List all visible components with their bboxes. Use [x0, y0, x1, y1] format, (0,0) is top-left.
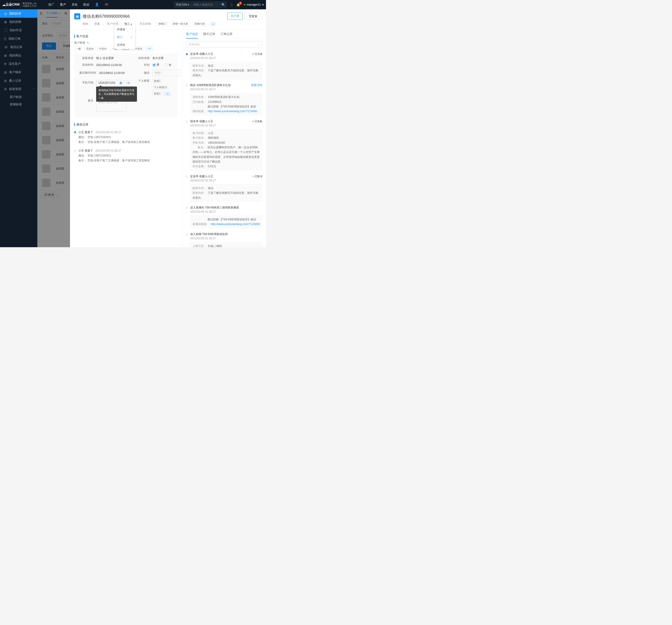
timeline-timestamp: 2020/01/30 01:38:27	[190, 179, 262, 182]
timeline-title: 定金单 创建人小王	[190, 174, 213, 178]
timeline-item: 定金单 创建人小王已取消 2020/01/30 01:38:27 跟单方式：电话…	[186, 173, 262, 204]
modlog-line: 微信： 空值-13672182821	[78, 154, 150, 158]
tag-chip[interactable]: 中意向	[97, 47, 108, 51]
edit-icon[interactable]: ✎	[87, 41, 89, 45]
proxy-order-button[interactable]: 代下单	[227, 12, 243, 20]
copy-icon[interactable]: ⧉	[126, 80, 131, 85]
mgr-option-selected[interactable]: 张三✓	[115, 33, 135, 41]
sidebar-item-lost-customers[interactable]: ⥀流失客户	[0, 60, 37, 68]
search-input[interactable]	[192, 3, 220, 6]
sidebar-item-my-products[interactable]: ⊞我的商品	[0, 51, 37, 60]
link[interactable]: http://www.yunduoketang.com/?123456	[211, 223, 260, 226]
group-chip[interactable]: 群聊三	[157, 22, 168, 26]
customer-drawer: ▣ 微信名称6789990000966 代下单 交定金 昵称： 小王 | 客户经…	[70, 9, 266, 247]
nav-customer[interactable]: 客户	[60, 3, 66, 7]
view-detail-link[interactable]: 查看详情	[251, 83, 262, 87]
timeline-detail: 入群方式：扫描二维码	[190, 242, 262, 247]
person-icon[interactable]: 👤	[95, 3, 99, 7]
search-icon[interactable]: 🔍	[220, 3, 227, 6]
grid-icon[interactable]: ▦	[119, 81, 122, 84]
wechat-input[interactable]: 请输入	[152, 70, 181, 76]
check-icon: ✓	[130, 36, 133, 39]
notification-bell[interactable]: 🔔 5	[236, 3, 240, 6]
phone-icon[interactable]: ☏	[104, 3, 109, 7]
link[interactable]: http://www.yunduoketang.com/?123456	[208, 109, 257, 113]
chevron-up-icon: ▴	[131, 22, 132, 25]
sidebar-item-my-students[interactable]: ⛶我的学员	[0, 26, 37, 34]
logo: ☁ 云朵CRM 教育机构一站 式服务云平台	[2, 2, 37, 7]
ptag-chip[interactable]: 标签1	[152, 79, 162, 83]
group-chip[interactable]: 群聊一群大群	[171, 22, 190, 26]
timeline-item: 报名单 创建人小王已失败 2020/01/30 01:38:27 客户经理：小王…	[186, 118, 262, 173]
radio-female[interactable]: 女	[165, 63, 171, 67]
timeline-item: 购买 4399理财课进阶课程大礼包查看详情 2021/01/30 01:38:2…	[186, 81, 262, 118]
search-type[interactable]: 手机号码 ▾	[174, 3, 191, 7]
sidebar: ◷我的好友 ⊞我的群聊 ⛶我的学员 ⍰我的订单 ☏电话记录 ⊞我的商品 ⥀流失客…	[0, 9, 37, 247]
mgr-option[interactable]: 俱保咏	[115, 41, 135, 49]
wechat-icon: ▣	[74, 13, 80, 19]
drawer-body: 客户信息 客户标签 ✎ 一般 高意向 中意向 一般 高意向 中意向 +4 获客来…	[70, 30, 266, 247]
timeline-detail: 跟单方式：电话跟单内容：只是了解在线教育方面的信息，暂时无购买意向。	[190, 184, 262, 202]
group-more[interactable]: +4	[210, 22, 216, 26]
top-nav: 推广 客户 质检 数据 👤 ☏	[48, 3, 109, 7]
tab-orders[interactable]: 订单记录	[220, 32, 233, 39]
ptag-chip[interactable]: 标签1	[152, 92, 162, 96]
drawer-header: ▣ 微信名称6789990000966 代下单 交定金	[70, 9, 266, 20]
chevron-up-icon: ⌃	[33, 88, 34, 91]
sidebar-item-delete-log[interactable]: ⊟删人记录	[0, 76, 37, 85]
topbar-left: ☁ 云朵CRM 教育机构一站 式服务云平台 推广 客户 质检 数据 👤 ☏	[2, 2, 109, 7]
username: manager11	[247, 3, 261, 6]
nav-promo[interactable]: 推广	[48, 3, 54, 7]
sidebar-item-customer-inherit[interactable]: ⊟客户继承	[0, 68, 37, 76]
modlog-head: 小王 更新了2021/01/30 01:38:27	[78, 149, 150, 153]
tag-chip[interactable]: 高意向	[85, 47, 95, 51]
sidebar-sub-customer-tags[interactable]: 客户标签	[0, 93, 37, 101]
topbar: ☁ 云朵CRM 教育机构一站 式服务云平台 推广 客户 质检 数据 👤 ☏ 手机…	[0, 0, 266, 9]
modlog-line: 备注： 空值-给客户发了正课链接，客户说等发工资后购买	[78, 158, 150, 162]
timeline-timestamp: 2021/01/30 01:38:27	[190, 237, 262, 240]
phone-input[interactable]: 13241672152 ▦	[96, 80, 124, 85]
tab-chatlog[interactable]: 聊天记录	[203, 32, 215, 39]
timeline-item: 进入直播间 759-59班第三期理财直播课 2021/01/30 01:38:2…	[186, 204, 262, 230]
sidebar-item-my-friends[interactable]: ◷我的好友	[0, 9, 37, 18]
sidebar-item-my-orders[interactable]: ⍰我的订单	[0, 34, 37, 43]
timeline-timestamp: 2020/01/30 01:38:27	[190, 56, 262, 60]
sidebar-item-tag-mgmt[interactable]: ✇标签管理⌃	[0, 85, 37, 93]
timeline-timestamp: 2021/01/30 01:38:27	[190, 88, 262, 91]
deposit-button[interactable]: 交定金	[244, 12, 262, 20]
timeline-detail: 通过群聊 【759-59班理财训练营】购买直播间链接：http://www.yu…	[190, 215, 262, 228]
sidebar-item-call-log[interactable]: ☏电话记录	[0, 43, 37, 51]
user-menu[interactable]: manager11 ▾	[244, 3, 264, 6]
activity-filter-select[interactable]: 全部动态⌄	[186, 41, 262, 48]
timeline-status: 已完成	[253, 52, 262, 56]
nick-val: 小王	[94, 22, 100, 26]
sidebar-sub-group-tags[interactable]: 群聊标签	[0, 101, 37, 108]
timeline-status: 已取消	[253, 174, 262, 178]
group-chip[interactable]: 群聊六群	[193, 22, 207, 26]
nav-data[interactable]: 数据	[83, 3, 89, 7]
ptag-more[interactable]: +4	[164, 92, 170, 96]
nav-qc[interactable]: 质检	[72, 3, 78, 7]
tab-activity[interactable]: 客户动态	[186, 32, 198, 39]
topbar-right: 手机号码 ▾ | 🔍 ▯ 🔔 5 manager11 ▾	[174, 1, 264, 8]
ptag-chip[interactable]: 个人标签12	[152, 85, 169, 90]
timeline-title: 购买 4399理财课进阶课程大礼包	[190, 83, 231, 87]
timeline-timestamp: 2021/01/30 01:38:27	[190, 210, 262, 214]
timeline-timestamp: 2020/01/30 01:38:27	[190, 124, 262, 127]
global-search: 手机号码 ▾ | 🔍	[174, 1, 227, 8]
mgr-option[interactable]: 师馨薇	[115, 26, 135, 33]
tag-chip[interactable]: 一般	[74, 47, 82, 51]
timeline-dot	[74, 150, 76, 152]
radio-male[interactable]: 男	[152, 63, 159, 67]
logo-text: 云朵CRM	[6, 3, 20, 7]
timeline-detail: 跟单方式：电话跟单内容：只是了解在线教育方面的信息，暂时无购买意向。	[190, 61, 262, 79]
cloud-icon: ☁	[2, 3, 6, 6]
sidebar-item-my-groups[interactable]: ⊞我的群聊	[0, 18, 37, 26]
modlog-line: 微信： 空值-13672182821	[78, 135, 150, 139]
activity-filter: 全部动态⌄	[182, 39, 266, 50]
mobile-icon[interactable]: ▯	[231, 3, 233, 6]
modlog-head: 小王 更新了2021/01/30 01:38:27	[78, 130, 150, 134]
tag-more[interactable]: +4	[146, 47, 152, 51]
phone-tooltip: 查询到此手机号码在系统中已存在，可以将两条客户数据合并为一条	[96, 86, 137, 102]
chevron-down-icon: ⌄	[257, 43, 260, 46]
